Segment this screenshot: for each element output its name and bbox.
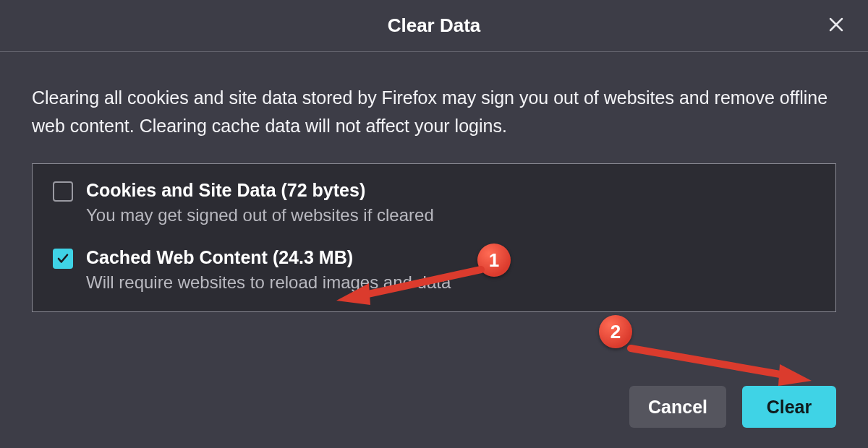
dialog-title: Clear Data [388,14,481,37]
options-panel: Cookies and Site Data (72 bytes) You may… [32,163,836,312]
cancel-button[interactable]: Cancel [629,386,726,428]
svg-line-4 [631,348,788,376]
clear-button[interactable]: Clear [742,386,836,428]
cookies-subtext: You may get signed out of websites if cl… [86,205,434,225]
cache-checkbox[interactable] [53,249,73,269]
clear-data-dialog: Clear Data Clearing all cookies and site… [0,0,868,448]
close-button[interactable] [825,14,848,38]
cache-subtext: Will require websites to reload images a… [86,272,451,293]
option-cache: Cached Web Content (24.3 MB) Will requir… [53,247,815,293]
titlebar: Clear Data [0,0,868,52]
cache-label: Cached Web Content (24.3 MB) [86,247,451,268]
dialog-body: Clearing all cookies and site data store… [0,52,868,312]
cookies-label: Cookies and Site Data (72 bytes) [86,180,434,201]
option-cookies: Cookies and Site Data (72 bytes) You may… [53,180,815,225]
description-text: Clearing all cookies and site data store… [32,84,836,140]
button-row: Cancel Clear [629,386,836,428]
close-icon [827,16,845,36]
annotation-badge-2: 2 [599,315,632,348]
cookies-checkbox[interactable] [53,181,73,202]
svg-marker-5 [778,364,812,386]
